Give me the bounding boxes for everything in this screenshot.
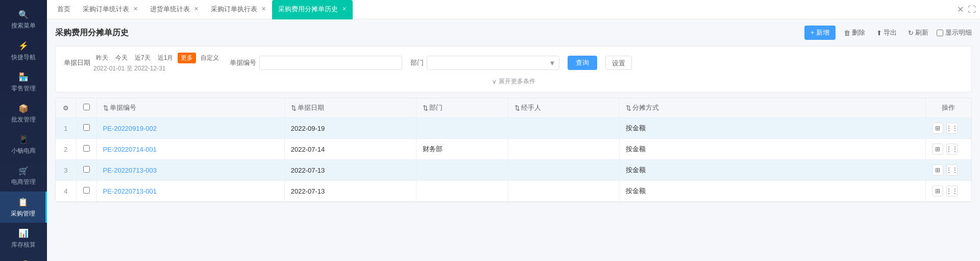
- tab-close-purchase-order-exec[interactable]: ✕: [261, 6, 266, 12]
- date-btn-today[interactable]: 今天: [113, 53, 130, 63]
- date-top: 昨天 今天 近7天 近1月 更多 自定义: [93, 53, 222, 63]
- chevron-down-icon: ∨: [492, 78, 497, 85]
- export-icon: ⬆: [876, 29, 882, 37]
- doc-num-filter: 单据编号: [230, 56, 402, 70]
- dept-label: 部门: [410, 58, 424, 67]
- row-dept-3: [416, 181, 508, 202]
- action-icons-0: ⊞ ⋮⋮: [932, 123, 966, 134]
- tab-close-purchase-order-stats[interactable]: ✕: [133, 6, 138, 12]
- doc-num-link-3[interactable]: PE-20220713-001: [103, 187, 157, 195]
- tab-purchase-order-stats[interactable]: 采购订单统计表✕: [77, 0, 144, 19]
- th-handler[interactable]: ⇅ 经手人: [508, 98, 619, 118]
- date-btn-7days[interactable]: 近7天: [132, 53, 153, 63]
- export-button[interactable]: ⬆ 导出: [873, 27, 900, 39]
- sidebar-item-mobile-ecom[interactable]: 📱小畅电商: [0, 129, 47, 160]
- row-checkbox-3[interactable]: [76, 181, 96, 202]
- more-icon-2[interactable]: ⋮⋮: [946, 164, 958, 176]
- sort-doc-num[interactable]: ⇅ 单据编号: [103, 103, 278, 112]
- query-button[interactable]: 查询: [568, 56, 597, 70]
- row-split-method-1: 按金额: [619, 139, 925, 160]
- row-doc-num-2: PE-20220713-003: [96, 160, 284, 181]
- dept-input[interactable]: [427, 56, 559, 70]
- sidebar-item-quick-nav[interactable]: ⚡快捷导航: [0, 35, 47, 66]
- th-doc-num[interactable]: ⇅ 单据编号: [96, 98, 284, 118]
- row-split-method-2: 按金额: [619, 160, 925, 181]
- more-icon-1[interactable]: ⋮⋮: [946, 144, 958, 155]
- row-split-method-3: 按金额: [619, 181, 925, 202]
- th-gear[interactable]: ⚙: [56, 98, 76, 118]
- th-dept[interactable]: ⇅ 部门: [416, 98, 508, 118]
- row-checkbox-1[interactable]: [76, 139, 96, 160]
- th-doc-date[interactable]: ⇅ 单据日期: [284, 98, 416, 118]
- tab-close-purchase-fee-history[interactable]: ✕: [342, 6, 347, 12]
- th-checkbox[interactable]: [76, 98, 96, 118]
- view-icon-3[interactable]: ⊞: [932, 185, 943, 197]
- row-num-2: 3: [56, 160, 76, 181]
- settings-button[interactable]: 设置: [605, 56, 632, 70]
- sidebar-item-finance-mgmt[interactable]: 💰资金管理: [0, 254, 47, 262]
- add-button[interactable]: + 新增: [804, 26, 836, 40]
- select-all-checkbox[interactable]: [83, 104, 90, 110]
- row-dept-2: [416, 160, 508, 181]
- sort-dept[interactable]: ⇅ 部门: [423, 103, 502, 112]
- more-icon-3[interactable]: ⋮⋮: [946, 185, 958, 197]
- view-icon-1[interactable]: ⊞: [932, 144, 943, 155]
- row-actions-1: ⊞ ⋮⋮: [925, 139, 971, 160]
- table-row: 2 PE-20220714-001 2022-07-14 财务部 按金额 ⊞ ⋮…: [56, 139, 971, 160]
- tab-purchase-order-exec[interactable]: 采购订单执行表✕: [205, 0, 272, 19]
- query-actions: 查询: [568, 56, 597, 70]
- sidebar-icon-retail-mgmt: 🏪: [2, 72, 45, 83]
- date-label: 单据日期: [64, 58, 90, 67]
- sidebar-item-purchase-mgmt[interactable]: 📋采购管理: [0, 192, 47, 223]
- toolbar: + 新增 🗑 删除 ⬆ 导出 ↻ 刷新 显示明细: [804, 26, 972, 40]
- show-cols-toggle[interactable]: 显示明细: [937, 28, 972, 37]
- sidebar-item-wholesale-mgmt[interactable]: 📦批发管理: [0, 98, 47, 129]
- date-btn-1month[interactable]: 近1月: [155, 53, 176, 63]
- sidebar-item-ecom-mgmt[interactable]: 🛒电商管理: [0, 160, 47, 192]
- more-icon-0[interactable]: ⋮⋮: [946, 123, 958, 134]
- tab-home[interactable]: 首页: [51, 0, 77, 19]
- th-split-method[interactable]: ⇅ 分摊方式: [619, 98, 925, 118]
- view-icon-2[interactable]: ⊞: [932, 164, 943, 176]
- tab-label-stock-stats: 进货单统计表: [150, 5, 190, 14]
- refresh-button[interactable]: ↻ 刷新: [905, 27, 932, 39]
- maximize-icon[interactable]: ⛶: [968, 5, 976, 14]
- doc-num-link-0[interactable]: PE-20220919-002: [103, 125, 157, 132]
- tab-close-stock-stats[interactable]: ✕: [194, 6, 199, 12]
- doc-num-link-2[interactable]: PE-20220713-003: [103, 167, 157, 174]
- sort-handler[interactable]: ⇅ 经手人: [514, 103, 612, 112]
- date-btn-more[interactable]: 更多: [178, 53, 196, 63]
- expand-more-btn[interactable]: ∨ 展开更多条件: [64, 77, 963, 86]
- doc-num-label: 单据编号: [230, 58, 256, 67]
- row-split-method-0: 按金额: [619, 118, 925, 139]
- sidebar-icon-ecom-mgmt: 🛒: [2, 165, 45, 177]
- row-handler-1: [508, 139, 619, 160]
- sidebar-icon-mobile-ecom: 📱: [2, 134, 45, 146]
- date-btn-yesterday[interactable]: 昨天: [93, 53, 111, 63]
- row-dept-1: 财务部: [416, 139, 508, 160]
- doc-num-input[interactable]: [259, 56, 402, 70]
- sidebar-item-retail-mgmt[interactable]: 🏪零售管理: [0, 66, 47, 98]
- view-icon-0[interactable]: ⊞: [932, 123, 943, 134]
- sidebar-item-inventory[interactable]: 📊库存核算: [0, 223, 47, 254]
- show-cols-checkbox[interactable]: [937, 30, 943, 36]
- tab-bar: 首页采购订单统计表✕进货单统计表✕采购订单执行表✕采购费用分摊单历史✕ ✕ ⛶: [47, 0, 980, 19]
- sort-doc-date[interactable]: ⇅ 单据日期: [291, 103, 410, 112]
- action-icons-3: ⊞ ⋮⋮: [932, 185, 966, 197]
- tab-stock-stats[interactable]: 进货单统计表✕: [144, 0, 205, 19]
- close-window-icon[interactable]: ✕: [957, 5, 964, 14]
- tab-purchase-fee-history[interactable]: 采购费用分摊单历史✕: [272, 0, 353, 19]
- delete-button[interactable]: 🗑 删除: [841, 27, 868, 39]
- sidebar-item-search-menu[interactable]: 🔍搜索菜单: [0, 4, 47, 35]
- sort-split-method[interactable]: ⇅ 分摊方式: [626, 103, 919, 112]
- row-checkbox-2[interactable]: [76, 160, 96, 181]
- table-body: 1 PE-20220919-002 2022-09-19 按金额 ⊞ ⋮⋮ 2 …: [56, 118, 971, 202]
- action-icons-1: ⊞ ⋮⋮: [932, 144, 966, 155]
- sidebar-icon-finance-mgmt: 💰: [2, 259, 45, 262]
- tab-label-purchase-fee-history: 采购费用分摊单历史: [278, 5, 338, 14]
- sidebar-icon-search-menu: 🔍: [2, 9, 45, 20]
- data-table: ⚙ ⇅ 单据编号 ⇅ 单据日期: [55, 98, 972, 202]
- row-checkbox-0[interactable]: [76, 118, 96, 139]
- doc-num-link-1[interactable]: PE-20220714-001: [103, 146, 157, 153]
- date-btn-custom[interactable]: 自定义: [198, 53, 222, 63]
